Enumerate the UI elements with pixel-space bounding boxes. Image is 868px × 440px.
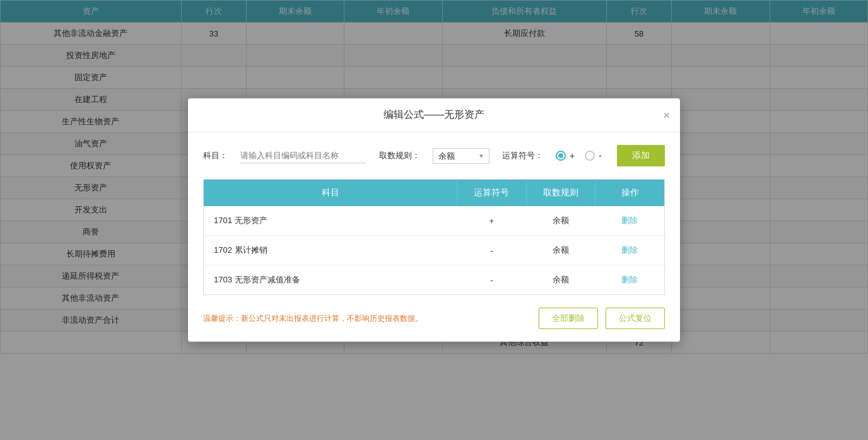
- formula-rule: 余额: [526, 265, 595, 295]
- formula-rule: 余额: [526, 206, 595, 236]
- close-button[interactable]: ×: [663, 110, 670, 121]
- table-row: 1703 无形资产减值准备-余额删除: [204, 265, 665, 295]
- reset-formula-button[interactable]: 公式复位: [606, 308, 665, 329]
- delete-all-button[interactable]: 全部删除: [539, 308, 598, 329]
- modal-dialog: 编辑公式——无形资产 × 科目： 取数规则： 余额 借方 贷方 借方累计 贷方累…: [188, 98, 680, 342]
- formula-operator: -: [457, 236, 527, 265]
- radio-plus-item[interactable]: +: [556, 151, 575, 161]
- formula-subject: 1703 无形资产减值准备: [204, 265, 457, 295]
- rule-select-wrapper: 余额 借方 贷方 借方累计 贷方累计 ▼: [433, 148, 490, 164]
- table-header-rule: 取数规则: [526, 180, 595, 207]
- operator-label: 运算符号：: [502, 150, 543, 161]
- subject-label: 科目：: [203, 150, 228, 161]
- formula-action: 删除: [595, 265, 665, 295]
- form-row: 科目： 取数规则： 余额 借方 贷方 借方累计 贷方累计 ▼ 运算符号： +: [188, 132, 680, 179]
- table-header-action: 操作: [595, 180, 665, 207]
- table-row: 1702 累计摊销-余额删除: [204, 236, 665, 265]
- modal-title: 编辑公式——无形资产: [384, 109, 484, 120]
- radio-plus-circle: [556, 151, 566, 161]
- subject-input[interactable]: [240, 148, 367, 163]
- table-row: 1701 无形资产+余额删除: [204, 206, 665, 236]
- radio-plus-label: +: [570, 151, 575, 161]
- delete-row-button[interactable]: 删除: [621, 216, 638, 225]
- radio-minus-item[interactable]: -: [585, 151, 602, 161]
- radio-minus-label: -: [599, 151, 602, 161]
- radio-minus-circle: [585, 151, 595, 161]
- table-header-subject: 科目: [204, 180, 457, 207]
- rule-select[interactable]: 余额 借方 贷方 借方累计 贷方累计: [433, 148, 490, 164]
- operator-radio-group: + -: [556, 151, 602, 161]
- formula-action: 删除: [595, 236, 665, 265]
- formula-subject: 1702 累计摊销: [204, 236, 457, 265]
- formula-operator: -: [457, 265, 527, 295]
- formula-operator: +: [457, 206, 527, 236]
- footer-buttons: 全部删除 公式复位: [539, 308, 665, 329]
- rule-label: 取数规则：: [379, 150, 420, 161]
- modal-overlay: 编辑公式——无形资产 × 科目： 取数规则： 余额 借方 贷方 借方累计 贷方累…: [0, 0, 868, 440]
- formula-table: 科目 运算符号 取数规则 操作 1701 无形资产+余额删除1702 累计摊销-…: [203, 179, 665, 295]
- formula-subject: 1701 无形资产: [204, 206, 457, 236]
- formula-rule: 余额: [526, 236, 595, 265]
- formula-action: 删除: [595, 206, 665, 236]
- modal-footer: 温馨提示：新公式只对未出报表进行计算，不影响历史报表数据。 全部删除 公式复位: [188, 295, 680, 329]
- delete-row-button[interactable]: 删除: [621, 275, 638, 284]
- table-header-operator: 运算符号: [457, 180, 527, 207]
- modal-table-wrapper: 科目 运算符号 取数规则 操作 1701 无形资产+余额删除1702 累计摊销-…: [188, 179, 680, 295]
- add-button[interactable]: 添加: [617, 145, 665, 166]
- delete-row-button[interactable]: 删除: [621, 245, 638, 255]
- modal-header: 编辑公式——无形资产 ×: [188, 98, 680, 132]
- footer-tip: 温馨提示：新公式只对未出报表进行计算，不影响历史报表数据。: [203, 313, 423, 324]
